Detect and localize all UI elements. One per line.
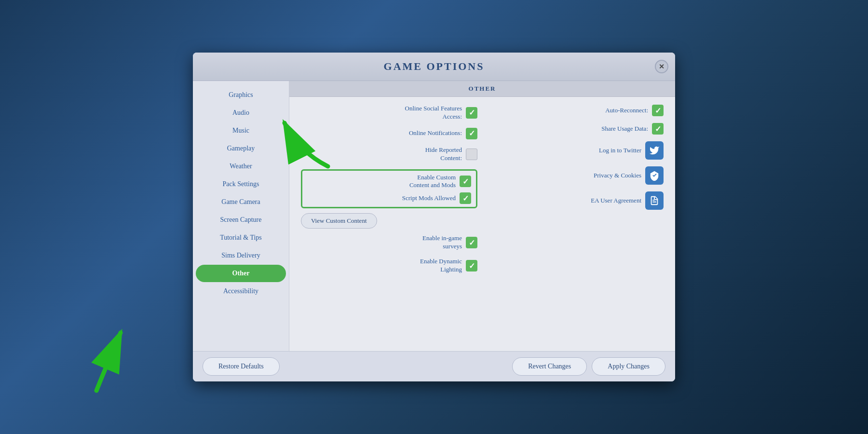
online-social-checkbox[interactable]	[466, 107, 477, 119]
privacy-cookies-label: Privacy & Cookies	[594, 172, 641, 180]
online-notifications-label: Online Notifications:	[409, 129, 462, 137]
twitter-icon	[649, 145, 660, 156]
ea-agreement-row: EA User Agreement	[487, 191, 664, 210]
sidebar-item-music[interactable]: Music	[196, 122, 286, 139]
modal-title: Game Options	[384, 60, 485, 72]
script-mods-label: Script Mods Allowed	[402, 194, 456, 203]
ea-agreement-label: EA User Agreement	[591, 197, 641, 205]
ea-agreement-button[interactable]	[645, 191, 664, 210]
close-button[interactable]: ✕	[655, 60, 668, 73]
enable-custom-checkbox[interactable]	[460, 176, 471, 187]
modal-body: Graphics Audio Music Gameplay Weather Pa…	[193, 81, 675, 351]
settings-columns: Online Social FeaturesAccess: Online Not…	[301, 105, 664, 281]
view-custom-button[interactable]: View Custom Content	[301, 213, 377, 229]
auto-reconnect-row: Auto-Reconnect:	[487, 105, 664, 116]
footer-right-buttons: Revert Changes Apply Changes	[512, 357, 665, 376]
enable-surveys-checkbox[interactable]	[466, 237, 477, 248]
sidebar-item-graphics[interactable]: Graphics	[196, 86, 286, 104]
mods-highlight-box: Enable CustomContent and Mods Script Mod…	[301, 169, 477, 209]
online-social-row: Online Social FeaturesAccess:	[301, 105, 477, 121]
right-settings-column: Auto-Reconnect: Share Usage Data: Log in…	[487, 105, 664, 281]
shield-check-icon	[649, 170, 660, 181]
log-twitter-label: Log in to Twitter	[599, 147, 641, 155]
section-header: Other	[289, 81, 675, 97]
online-notifications-row: Online Notifications:	[301, 128, 477, 139]
share-usage-label: Share Usage Data:	[601, 125, 648, 133]
online-notifications-checkbox[interactable]	[466, 128, 477, 139]
sidebar-item-sims-delivery[interactable]: Sims Delivery	[196, 247, 286, 264]
hide-reported-row: Hide ReportedContent:	[301, 146, 477, 163]
script-mods-row: Script Mods Allowed	[307, 192, 471, 204]
enable-custom-row: Enable CustomContent and Mods	[307, 174, 471, 190]
sidebar: Graphics Audio Music Gameplay Weather Pa…	[193, 81, 289, 351]
enable-surveys-label: Enable in-gamesurveys	[422, 234, 462, 251]
enable-custom-label: Enable CustomContent and Mods	[409, 174, 456, 190]
sidebar-item-screen-capture[interactable]: Screen Capture	[196, 211, 286, 229]
document-icon	[649, 195, 660, 206]
auto-reconnect-checkbox[interactable]	[652, 105, 664, 116]
sidebar-item-other[interactable]: Other	[196, 265, 286, 282]
revert-changes-button[interactable]: Revert Changes	[512, 357, 587, 376]
hide-reported-checkbox[interactable]	[466, 149, 477, 160]
script-mods-checkbox[interactable]	[460, 192, 471, 204]
main-content: Other Online Social FeaturesAccess: Onli…	[289, 81, 675, 351]
view-custom-container: View Custom Content	[301, 213, 477, 229]
log-twitter-row: Log in to Twitter	[487, 141, 664, 160]
restore-defaults-button[interactable]: Restore Defaults	[203, 357, 280, 376]
online-social-label: Online Social FeaturesAccess:	[405, 105, 462, 121]
sidebar-item-pack-settings[interactable]: Pack Settings	[196, 176, 286, 193]
log-twitter-button[interactable]	[645, 141, 664, 160]
privacy-cookies-row: Privacy & Cookies	[487, 166, 664, 185]
hide-reported-label: Hide ReportedContent:	[425, 146, 462, 163]
sidebar-item-weather[interactable]: Weather	[196, 158, 286, 175]
enable-dynamic-row: Enable DynamicLighting	[301, 258, 477, 274]
sidebar-item-accessibility[interactable]: Accessibility	[196, 283, 286, 300]
modal-footer: Restore Defaults Revert Changes Apply Ch…	[193, 351, 675, 381]
sidebar-item-game-camera[interactable]: Game Camera	[196, 193, 286, 211]
settings-area: Online Social FeaturesAccess: Online Not…	[289, 97, 675, 338]
game-options-modal: Game Options ✕ Graphics Audio Music Game…	[193, 53, 675, 381]
privacy-cookies-button[interactable]	[645, 166, 664, 185]
share-usage-row: Share Usage Data:	[487, 123, 664, 135]
sidebar-item-audio[interactable]: Audio	[196, 104, 286, 122]
enable-surveys-row: Enable in-gamesurveys	[301, 234, 477, 251]
title-bar: Game Options ✕	[193, 53, 675, 81]
auto-reconnect-label: Auto-Reconnect:	[605, 107, 648, 115]
apply-changes-button[interactable]: Apply Changes	[592, 357, 665, 376]
share-usage-checkbox[interactable]	[652, 123, 664, 135]
sidebar-item-tutorial-tips[interactable]: Tutorial & Tips	[196, 229, 286, 246]
left-settings-column: Online Social FeaturesAccess: Online Not…	[301, 105, 477, 281]
sidebar-item-gameplay[interactable]: Gameplay	[196, 140, 286, 157]
enable-dynamic-checkbox[interactable]	[466, 260, 477, 271]
enable-dynamic-label: Enable DynamicLighting	[420, 258, 462, 274]
